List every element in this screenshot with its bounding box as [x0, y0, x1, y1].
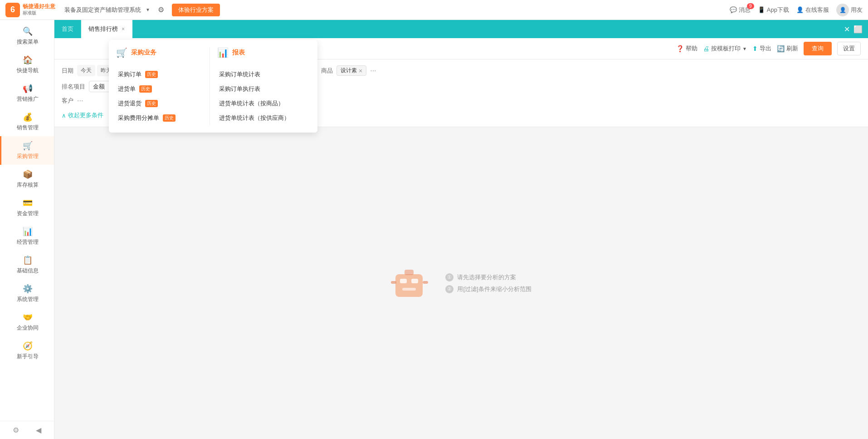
- svg-rect-3: [402, 288, 416, 291]
- chart-icon: 📊: [23, 227, 33, 237]
- avatar: 👤: [836, 4, 849, 16]
- sidebar-item-finance[interactable]: 💳 资金管理: [0, 193, 54, 222]
- menu-item-report-po-stat[interactable]: 采购订单统计表: [217, 67, 311, 82]
- date-preset-today[interactable]: 今天: [77, 65, 95, 76]
- step-item-2: ② 用[过滤]条件来缩小分析范围: [445, 285, 531, 293]
- industry-btn[interactable]: 体验行业方案: [172, 4, 220, 16]
- tab-bar: 首页 销售排行榜 × ✕ ⬜: [54, 20, 868, 38]
- svg-rect-6: [405, 270, 414, 275]
- menu-item-goods-receipt[interactable]: 进货单 历史: [116, 82, 210, 96]
- goods-more-btn[interactable]: ···: [370, 67, 376, 75]
- history-badge-3: 历史: [145, 100, 158, 107]
- sidebar-item-enterprise[interactable]: 🤝 企业协同: [0, 308, 54, 336]
- sidebar-item-guide[interactable]: 🧭 新手引导: [0, 336, 54, 365]
- goods-tag-remove[interactable]: ×: [359, 67, 362, 74]
- sidebar-item-sales[interactable]: 💰 销售管理: [0, 108, 54, 136]
- compass-icon: 🧭: [23, 341, 33, 351]
- menu-item-report-po-exec[interactable]: 采购订单执行表: [217, 82, 311, 96]
- setting-button[interactable]: 设置: [837, 42, 861, 55]
- settings-icon[interactable]: ⚙: [155, 4, 167, 16]
- goods-filter: 商品 设计素 × ···: [321, 65, 376, 76]
- top-bar: 6 畅捷通好生意 标准版 装备及固定资产辅助管理系统 ▼ ⚙ 体验行业方案 💬 …: [0, 0, 868, 20]
- help-icon: ❓: [676, 45, 684, 52]
- menu-item-purchase-expense-label: 采购费用分摊单: [118, 114, 159, 122]
- sidebar-settings-btn[interactable]: ⚙: [13, 426, 19, 434]
- message-icon: 💬: [730, 6, 737, 13]
- service-icon: 👤: [796, 6, 804, 13]
- cart-icon: 🛒: [23, 141, 33, 151]
- refresh-icon: 🔄: [777, 45, 785, 52]
- online-service-btn[interactable]: 👤 在线客服: [796, 6, 829, 14]
- menu-item-purchase-order[interactable]: 采购订单 历史: [116, 67, 210, 82]
- logo-icon: 6: [5, 3, 20, 17]
- tab-bar-actions: ✕ ⬜: [844, 25, 868, 34]
- sidebar-bottom: ⚙ ◀: [0, 421, 54, 439]
- tab-home[interactable]: 首页: [54, 20, 81, 38]
- sidebar-item-marketing[interactable]: 📢 营销推广: [0, 79, 54, 108]
- tab-sales-rank[interactable]: 销售排行榜 ×: [81, 20, 132, 38]
- svg-rect-2: [411, 279, 418, 283]
- card-icon: 💳: [23, 198, 33, 208]
- purchase-col-icon: 🛒: [116, 47, 127, 58]
- customer-label: 客户: [62, 97, 73, 105]
- rank-label: 排名项目: [62, 83, 85, 91]
- app-download-btn[interactable]: 📱 App下载: [758, 6, 789, 14]
- money-icon: 💰: [23, 112, 33, 122]
- main-wrapper: 🔍 搜索菜单 🏠 快捷导航 📢 营销推广 💰 销售管理 🛒 采购管理 📦: [0, 20, 868, 439]
- print-icon: 🖨: [703, 45, 709, 52]
- query-button[interactable]: 查询: [804, 42, 832, 55]
- logo-title: 畅捷通好生意: [23, 3, 55, 10]
- system-title: 装备及固定资产辅助管理系统: [64, 6, 141, 14]
- logo-sub: 标准版: [23, 10, 55, 16]
- system-dropdown-btn[interactable]: ▼: [146, 7, 150, 12]
- message-btn[interactable]: 💬 消息 9: [730, 6, 751, 14]
- menu-item-purchase-order-label: 采购订单: [118, 70, 141, 79]
- print-template-btn[interactable]: 🖨 按模板打印 ▼: [703, 44, 747, 53]
- user-btn[interactable]: 👤 用友: [836, 4, 863, 16]
- gear-icon: ⚙️: [23, 284, 33, 294]
- sidebar-item-basic-info[interactable]: 📋 基础信息: [0, 251, 54, 279]
- menu-col-report-title: 📊 报表: [217, 47, 311, 62]
- goods-tag: 设计素 ×: [336, 65, 366, 76]
- sidebar-menu: 🔍 搜索菜单 🏠 快捷导航 📢 营销推广 💰 销售管理 🛒 采购管理 📦: [0, 20, 54, 365]
- empty-state: ① 请先选择要分析的方案 ② 用[过滤]条件来缩小分析范围: [54, 127, 868, 439]
- menu-item-goods-receipt-label: 进货单: [118, 85, 136, 93]
- box-icon: 📦: [23, 169, 33, 179]
- menu-item-purchase-expense[interactable]: 采购费用分摊单 历史: [116, 111, 210, 125]
- sidebar-item-purchase[interactable]: 🛒 采购管理: [0, 136, 54, 165]
- export-btn[interactable]: ⬆ 导出: [752, 44, 771, 53]
- menu-item-report-goods-by-product[interactable]: 进货单统计表（按商品）: [217, 96, 311, 111]
- purchase-dropdown-menu: 🛒 采购业务 采购订单 历史 进货单 历史 进货退货 历史 采购费用分摊单: [109, 40, 317, 133]
- clipboard-icon: 📋: [23, 255, 33, 265]
- help-btn[interactable]: ❓ 帮助: [676, 44, 697, 53]
- sidebar-item-search[interactable]: 🔍 搜索菜单: [0, 22, 54, 50]
- goods-label: 商品: [321, 67, 333, 75]
- step-list: ① 请先选择要分析的方案 ② 用[过滤]条件来缩小分析范围: [445, 273, 531, 293]
- step-item-1: ① 请先选择要分析的方案: [445, 273, 531, 281]
- menu-col-purchase: 🛒 采购业务 采购订单 历史 进货单 历史 进货退货 历史 采购费用分摊单: [116, 47, 210, 125]
- sidebar-item-inventory[interactable]: 📦 库存核算: [0, 165, 54, 193]
- home-icon: 🏠: [23, 55, 33, 65]
- menu-item-goods-return[interactable]: 进货退货 历史: [116, 96, 210, 111]
- customer-more-btn[interactable]: ···: [77, 97, 83, 105]
- svg-rect-4: [391, 281, 396, 284]
- menu-col-purchase-title: 🛒 采购业务: [116, 47, 210, 62]
- svg-rect-0: [395, 274, 423, 297]
- top-bar-right: 💬 消息 9 📱 App下载 👤 在线客服 👤 用友: [730, 4, 863, 16]
- sidebar-item-system[interactable]: ⚙️ 系统管理: [0, 279, 54, 308]
- history-badge-1: 历史: [145, 71, 158, 78]
- top-bar-left: 6 畅捷通好生意 标准版 装备及固定资产辅助管理系统 ▼ ⚙ 体验行业方案: [5, 3, 220, 17]
- tab-expand-btn[interactable]: ⬜: [853, 25, 863, 34]
- search-icon: 🔍: [23, 26, 33, 36]
- refresh-btn[interactable]: 🔄 刷新: [777, 44, 798, 53]
- message-badge: 9: [747, 3, 754, 9]
- sidebar-item-operations[interactable]: 📊 经营管理: [0, 222, 54, 251]
- sidebar-collapse-btn[interactable]: ◀: [36, 426, 41, 434]
- customer-filter: 客户 ···: [62, 97, 83, 105]
- menu-item-report-goods-by-supplier[interactable]: 进货单统计表（按供应商）: [217, 111, 311, 125]
- menu-item-goods-return-label: 进货退货: [118, 99, 141, 108]
- tab-close-icon[interactable]: ×: [122, 26, 125, 32]
- sidebar: 🔍 搜索菜单 🏠 快捷导航 📢 营销推广 💰 销售管理 🛒 采购管理 📦: [0, 20, 54, 439]
- tab-close-btn[interactable]: ✕: [844, 25, 850, 34]
- sidebar-item-quick-nav[interactable]: 🏠 快捷导航: [0, 50, 54, 79]
